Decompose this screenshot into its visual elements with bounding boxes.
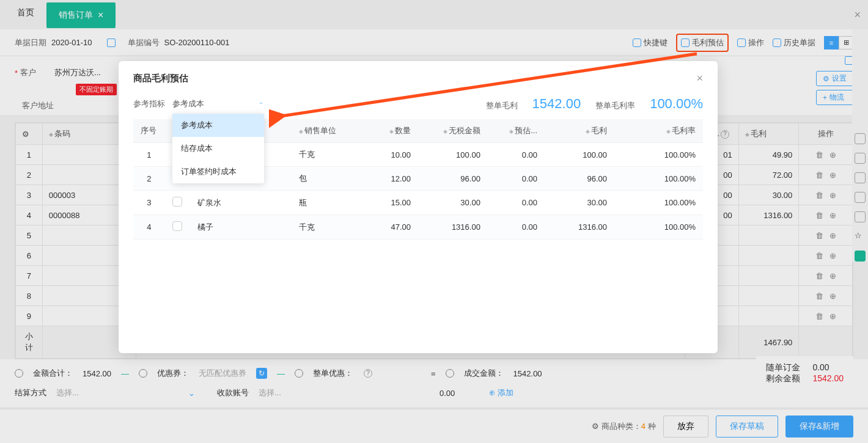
dropdown-menu: 参考成本 结存成本 订单签约时成本 [172, 114, 264, 183]
mcol-rate[interactable]: ◆毛利率 [614, 119, 703, 143]
checkbox[interactable] [172, 221, 182, 231]
mcol-qty[interactable]: ◆数量 [355, 119, 418, 143]
cost-basis-select[interactable]: ⌃ 参考成本 结存成本 订单签约时成本 [172, 99, 264, 109]
mcol-amount[interactable]: ◆无税金额 [418, 119, 488, 143]
checkbox[interactable] [172, 197, 182, 207]
modal-row[interactable]: 4橘子千克47.001316.000.001316.00100.00% [133, 215, 703, 240]
mcol-idx: 序号 [133, 119, 165, 143]
mcol-est[interactable]: ◆预估... [488, 119, 545, 143]
mcol-unit[interactable]: ◆销售单位 [292, 119, 355, 143]
mcol-profit[interactable]: ◆毛利 [545, 119, 614, 143]
option-ref-cost[interactable]: 参考成本 [172, 114, 264, 137]
modal-title: 商品毛利预估 [133, 73, 188, 84]
option-balance-cost[interactable]: 结存成本 [172, 137, 264, 160]
stat-profit-label: 整单毛利 [486, 100, 518, 111]
select-input[interactable] [172, 100, 264, 109]
stat-rate-label: 整单毛利率 [595, 100, 635, 111]
stat-rate-value: 100.00% [650, 96, 703, 112]
chevron-up-icon: ⌃ [258, 102, 264, 107]
profit-estimate-modal: 商品毛利预估 × 参考指标 ⌃ 参考成本 结存成本 订单签约时成本 整单毛利 1… [119, 61, 718, 353]
close-icon[interactable]: × [696, 72, 703, 85]
option-contract-cost[interactable]: 订单签约时成本 [172, 160, 264, 183]
filter-label: 参考指标 [133, 98, 165, 109]
stat-profit-value: 1542.00 [532, 96, 581, 112]
modal-row[interactable]: 3矿泉水瓶15.0030.000.0030.00100.00% [133, 191, 703, 215]
